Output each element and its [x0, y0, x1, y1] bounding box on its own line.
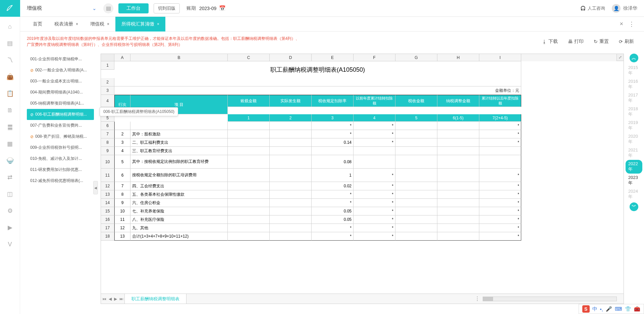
- cell-value[interactable]: [437, 122, 479, 130]
- col-header[interactable]: A: [114, 54, 130, 61]
- cell-value[interactable]: *: [354, 232, 395, 241]
- row-header[interactable]: 4: [101, 95, 114, 107]
- cell-value[interactable]: [270, 138, 312, 147]
- tab-vat[interactable]: 增值税×: [84, 17, 115, 32]
- cell-value[interactable]: *: [479, 138, 521, 147]
- cell-value[interactable]: *: [354, 224, 395, 232]
- row-header[interactable]: 12: [101, 182, 114, 190]
- cell-rownum[interactable]: 5: [114, 155, 130, 169]
- cell-value[interactable]: [228, 182, 270, 190]
- row-header[interactable]: 17: [101, 224, 114, 232]
- report-list-item[interactable]: 001-企业所得税年度纳税申...: [27, 54, 94, 65]
- cell-value[interactable]: [395, 147, 437, 155]
- close-icon[interactable]: ×: [107, 22, 109, 26]
- workbench-button[interactable]: 工作台: [118, 3, 149, 13]
- cell-value[interactable]: *: [479, 215, 521, 224]
- cell-value[interactable]: *: [312, 224, 354, 232]
- cell-value[interactable]: [270, 182, 312, 190]
- sheet-nav-first-icon[interactable]: ⏮: [102, 297, 106, 301]
- tab-close-all-icon[interactable]: ×: [617, 20, 626, 27]
- cell-project[interactable]: 其中：股权激励: [130, 130, 228, 138]
- cell-rownum[interactable]: 2: [114, 130, 130, 138]
- cell-value[interactable]: [228, 207, 270, 215]
- cell-value[interactable]: [228, 224, 270, 232]
- ime-skin-icon[interactable]: 👕: [625, 306, 631, 312]
- cell-value[interactable]: *: [354, 122, 395, 130]
- nav-v-icon[interactable]: V: [5, 240, 15, 249]
- cell-value[interactable]: *: [354, 207, 395, 215]
- cell-value[interactable]: [479, 155, 521, 169]
- year-option[interactable]: 2022年: [626, 160, 642, 174]
- cell-project[interactable]: 合计(1+3+4+7+8+9+10+11+12): [130, 232, 228, 241]
- report-list-item[interactable]: 012-减免所得税优惠明细表(...: [27, 175, 94, 186]
- col-header[interactable]: I: [479, 54, 521, 61]
- cell-value[interactable]: [228, 215, 270, 224]
- tab-home[interactable]: 首页: [27, 17, 48, 32]
- cell-value[interactable]: [395, 199, 437, 207]
- ime-logo-icon[interactable]: S: [582, 305, 590, 313]
- nav-clipboard-icon[interactable]: 📋: [5, 89, 15, 98]
- row-header[interactable]: 18: [101, 232, 114, 241]
- year-option[interactable]: 2018年: [626, 105, 642, 119]
- report-list-item[interactable]: ⊘006-职工薪酬纳税调整明细...: [27, 109, 94, 120]
- cell-value[interactable]: [228, 138, 270, 147]
- year-option[interactable]: 2017年: [626, 91, 642, 105]
- nav-calendar-icon[interactable]: ▦: [5, 139, 15, 148]
- cell-value[interactable]: *: [354, 182, 395, 190]
- cell-value[interactable]: *: [479, 130, 521, 138]
- cell-project[interactable]: [130, 122, 228, 130]
- nav-bag-icon[interactable]: 👜: [5, 72, 15, 81]
- horizontal-scrollbar[interactable]: ⋮: [186, 296, 624, 302]
- col-header[interactable]: C: [228, 54, 270, 61]
- col-header[interactable]: G: [395, 54, 437, 61]
- cell-value[interactable]: [228, 232, 270, 241]
- cell-rownum[interactable]: 3: [114, 138, 130, 147]
- cell-value[interactable]: *: [479, 169, 521, 182]
- cell-value[interactable]: 0.08: [312, 155, 354, 169]
- tab-more-icon[interactable]: ⋮: [626, 20, 637, 28]
- nav-video-icon[interactable]: ▶: [5, 223, 15, 232]
- cell-value[interactable]: [437, 199, 479, 207]
- ime-lang-button[interactable]: 中: [592, 306, 597, 312]
- cell-value[interactable]: [228, 147, 270, 155]
- cell-value[interactable]: *: [354, 130, 395, 138]
- cell-rownum[interactable]: 6: [114, 169, 130, 182]
- tab-tax-list[interactable]: 税表清册×: [48, 17, 84, 32]
- sheet-nav-last-icon[interactable]: ⏭: [119, 297, 123, 301]
- col-header[interactable]: H: [437, 54, 479, 61]
- report-list-item[interactable]: 003-一般企业成本支出明细...: [27, 76, 94, 87]
- cell-value[interactable]: *: [479, 199, 521, 207]
- cell-value[interactable]: [354, 155, 395, 169]
- nav-transfer-icon[interactable]: ⇄: [5, 173, 15, 182]
- user-menu[interactable]: 👤 徐泽华: [612, 4, 637, 13]
- cell-project[interactable]: 八、补充医疗保险: [130, 215, 228, 224]
- cell-value[interactable]: [395, 169, 437, 182]
- download-button[interactable]: ⭳下载: [542, 39, 558, 45]
- cell-value[interactable]: [228, 155, 270, 169]
- cell-value[interactable]: *: [312, 232, 354, 241]
- reset-button[interactable]: ↻重置: [594, 39, 609, 45]
- sheet-nav-prev-icon[interactable]: ◀: [109, 297, 112, 301]
- cell-value[interactable]: [437, 207, 479, 215]
- cell-project[interactable]: 七、补充养老保险: [130, 207, 228, 215]
- ime-punct-icon[interactable]: •,: [600, 306, 603, 312]
- module-icon-button[interactable]: ▤: [103, 3, 113, 13]
- cell-value[interactable]: *: [312, 130, 354, 138]
- period-value[interactable]: 2023-09: [199, 6, 216, 11]
- nav-home-icon[interactable]: ⌂: [5, 22, 15, 31]
- close-icon[interactable]: ×: [157, 22, 159, 26]
- col-header[interactable]: E: [312, 54, 354, 61]
- row-header[interactable]: 8: [101, 138, 114, 147]
- cell-value[interactable]: [270, 215, 312, 224]
- nav-chart-icon[interactable]: 〽: [5, 55, 15, 65]
- ime-toolbox-icon[interactable]: 🧰: [634, 306, 640, 312]
- col-header[interactable]: F: [354, 54, 395, 61]
- cell-value[interactable]: [270, 199, 312, 207]
- cell-value[interactable]: [270, 232, 312, 241]
- cell-rownum[interactable]: 12: [114, 224, 130, 232]
- support-button[interactable]: 🎧 人工咨询: [580, 5, 605, 11]
- cell-value[interactable]: [228, 190, 270, 199]
- cell-value[interactable]: [354, 147, 395, 155]
- cell-project[interactable]: 五、各类基本社会保障性缴款: [130, 190, 228, 199]
- ime-voice-icon[interactable]: 🎤: [606, 306, 612, 312]
